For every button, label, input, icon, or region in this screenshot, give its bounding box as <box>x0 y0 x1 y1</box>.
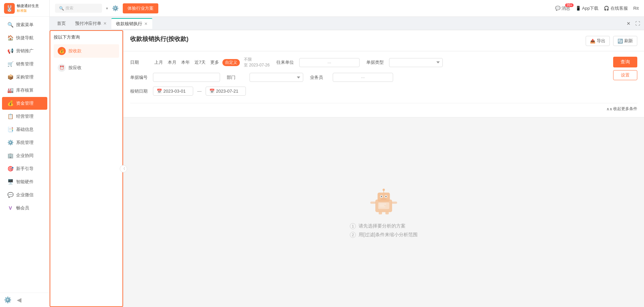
counterpart-input[interactable]: ··· <box>299 58 360 67</box>
logo: 🐰 畅捷通好生意 标准版 <box>0 0 49 17</box>
wechat-icon: 💬 <box>7 192 13 198</box>
sidebar-item-sales-label: 销售管理 <box>16 61 34 67</box>
topbar-dropdown[interactable]: ▾ <box>106 6 108 11</box>
finance-icon: 💰 <box>7 100 13 106</box>
online-service[interactable]: 🎧 在线客服 <box>604 5 628 11</box>
logo-name: 畅捷通好生意 <box>17 3 39 8</box>
tip-num-1: 1 <box>350 223 356 229</box>
bill-type-select[interactable] <box>389 58 443 67</box>
tab-prepay-close[interactable]: ✕ <box>103 21 107 26</box>
sidebar-item-marketing[interactable]: 📢 营销推广 <box>2 45 47 57</box>
tab-home[interactable]: 首页 <box>52 18 70 29</box>
user-info[interactable]: Rit <box>633 6 639 11</box>
topbar-gear-icon[interactable]: ⚙️ <box>112 5 119 11</box>
member-icon: V <box>7 205 13 211</box>
mobile-icon: 📱 <box>576 6 581 11</box>
empty-tip-1: 1 请先选择要分析的方案 <box>350 223 418 229</box>
message-badge[interactable]: 💬 消息 99+ <box>555 5 571 11</box>
collapse-sidebar-icon[interactable]: ◀ <box>17 296 21 304</box>
sidebar-item-operation[interactable]: 📋 经营管理 <box>2 110 47 123</box>
tab-writeoff-label: 收款核销执行 <box>116 21 142 27</box>
operation-icon: 📋 <box>7 113 13 119</box>
tab-writeoff[interactable]: 收款核销执行 ✕ <box>111 18 152 29</box>
home-icon: 🏠 <box>7 35 13 41</box>
industry-solution-button[interactable]: 体验行业方案 <box>123 3 158 13</box>
filter-option-by-receipt[interactable]: 💰 按收款 <box>54 44 119 58</box>
refresh-button[interactable]: 🔄 刷新 <box>613 36 637 46</box>
tab-prepay[interactable]: 预付冲应付单 ✕ <box>70 18 111 29</box>
settings-icon[interactable]: ⚙️ <box>4 296 11 304</box>
collapse-more-button[interactable]: ∧∧ 收起更多条件 <box>130 106 637 112</box>
topbar-search[interactable]: 🔍 搜索 <box>55 4 102 13</box>
sidebar-bottom: ⚙️ ◀ <box>0 293 49 307</box>
sidebar-item-sales[interactable]: 🛒 销售管理 <box>2 58 47 70</box>
date-field: 日期 上月 本月 本年 近7天 更多 自定义 <box>130 57 270 68</box>
sidebar-item-inventory-label: 库存核算 <box>16 87 34 93</box>
date-label: 日期 <box>130 59 150 65</box>
date-shortcut-custom[interactable]: 自定义 <box>222 59 240 66</box>
sidebar-item-enterprise[interactable]: 🏢 企业协同 <box>2 149 47 162</box>
tab-home-label: 首页 <box>57 20 66 27</box>
app-download[interactable]: 📱 App下载 <box>576 5 598 11</box>
settings-button[interactable]: 设置 <box>613 70 637 80</box>
tab-close-icon[interactable]: ✕ <box>625 19 632 28</box>
date-shortcut-last-month[interactable]: 上月 <box>153 59 164 66</box>
guide-icon: 🎯 <box>7 166 13 172</box>
writeoff-date-field: 核销日期 📅 2023-03-01 — 📅 2023-07-21 <box>130 87 246 96</box>
query-button[interactable]: 查询 <box>613 57 637 67</box>
sidebar-item-basic-label: 基础信息 <box>16 126 34 133</box>
enterprise-icon: 🏢 <box>7 153 13 159</box>
department-label: 部门 <box>227 74 247 81</box>
filter-option-by-receivable[interactable]: ⏰ 按应收 <box>54 61 119 74</box>
sidebar: 🐰 畅捷通好生意 标准版 🔍 搜索菜单 🏠 快捷导航 📢 营销推广 🛒 销售管理… <box>0 0 50 307</box>
sidebar-item-quick-nav[interactable]: 🏠 快捷导航 <box>2 32 47 44</box>
sidebar-item-search-label: 搜索菜单 <box>16 22 34 28</box>
tip-num-2: 2 <box>350 232 356 238</box>
sidebar-item-hardware[interactable]: 🖥️ 智能硬件 <box>2 175 47 188</box>
headset-icon: 🎧 <box>604 6 609 11</box>
writeoff-date-to[interactable]: 📅 2023-07-21 <box>206 87 246 96</box>
sidebar-item-inventory[interactable]: 🏭 库存核算 <box>2 84 47 97</box>
sidebar-item-purchase[interactable]: 📦 采购管理 <box>2 71 47 84</box>
sidebar-item-finance[interactable]: 💰 资金管理 <box>2 97 47 110</box>
inventory-icon: 🏭 <box>7 87 13 93</box>
date-shortcut-this-year[interactable]: 本年 <box>180 59 191 66</box>
sidebar-item-wechat[interactable]: 💬 企业微信 <box>2 189 47 201</box>
logo-sub: 标准版 <box>17 8 39 13</box>
sidebar-item-guide[interactable]: 🎯 新手引导 <box>2 162 47 175</box>
salesperson-input[interactable]: ··· <box>333 73 393 82</box>
tab-writeoff-close[interactable]: ✕ <box>144 21 148 26</box>
empty-tips: 1 请先选择要分析的方案 2 用[过滤]条件来缩小分析范围 <box>350 223 418 241</box>
svg-rect-10 <box>385 211 389 214</box>
bill-type-label: 单据类型 <box>366 59 386 65</box>
date-shortcut-more[interactable]: 更多 <box>209 59 220 66</box>
sidebar-item-quick-nav-label: 快捷导航 <box>16 35 34 41</box>
sidebar-item-operation-label: 经营管理 <box>16 113 34 119</box>
department-select[interactable] <box>250 73 303 82</box>
page-header: 收款核销执行(按收款) 📤 导出 🔄 刷新 <box>123 30 644 51</box>
svg-rect-12 <box>391 201 397 204</box>
tab-expand-icon[interactable]: ⛶ <box>634 19 641 28</box>
sidebar-item-finance-label: 资金管理 <box>16 100 34 106</box>
date-shortcut-7days[interactable]: 近7天 <box>193 59 207 66</box>
bill-number-input[interactable] <box>153 73 220 82</box>
sidebar-item-member[interactable]: V 畅会员 <box>2 202 47 214</box>
collapse-filter-btn[interactable]: 《 <box>120 165 127 172</box>
export-button[interactable]: 📤 导出 <box>586 36 610 46</box>
svg-rect-6 <box>381 199 387 199</box>
calendar-to-icon: 📅 <box>209 89 215 94</box>
basic-icon: 📑 <box>7 126 13 133</box>
system-icon: ⚙️ <box>7 140 13 146</box>
header-actions: 📤 导出 🔄 刷新 <box>586 36 637 46</box>
sidebar-item-hardware-label: 智能硬件 <box>16 179 34 185</box>
sidebar-item-system[interactable]: ⚙️ 系统管理 <box>2 136 47 149</box>
salesperson-label: 业务员 <box>310 74 330 81</box>
date-shortcut-this-month[interactable]: 本月 <box>166 59 178 66</box>
date-shortcuts: 上月 本月 本年 近7天 更多 自定义 <box>153 59 240 66</box>
department-field: 部门 <box>227 73 303 82</box>
sidebar-item-basic[interactable]: 📑 基础信息 <box>2 123 47 136</box>
writeoff-date-from[interactable]: 📅 2023-03-01 <box>153 87 193 96</box>
sidebar-item-search[interactable]: 🔍 搜索菜单 <box>2 18 47 31</box>
search-icon: 🔍 <box>59 6 64 11</box>
salesperson-field: 业务员 ··· <box>310 73 393 82</box>
